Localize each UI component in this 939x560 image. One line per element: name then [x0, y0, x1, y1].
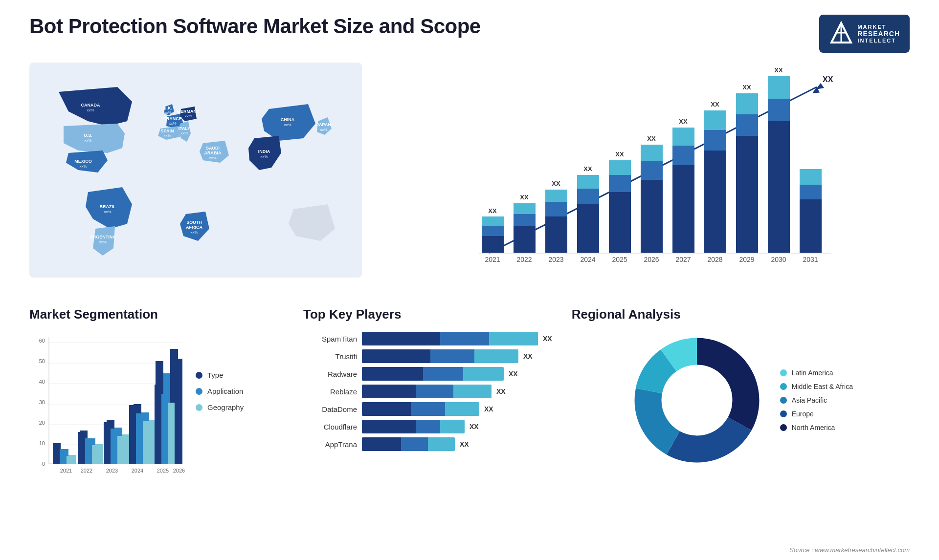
svg-rect-41	[104, 422, 110, 464]
bar-2026-seg3	[641, 145, 663, 161]
legend-latin-america-dot	[780, 369, 787, 376]
players-title: Top Key Players	[303, 307, 552, 322]
uk-label: U.K.	[163, 106, 172, 110]
player-row-cloudflare: Cloudflare XX	[303, 420, 552, 433]
seg-year-2026: 2026	[173, 468, 185, 474]
arrow-label: XX	[823, 75, 833, 84]
page-title: Bot Protection Software Market Size and …	[29, 15, 481, 38]
bar-2024-label: XX	[583, 165, 592, 172]
bar-2024-seg2	[577, 189, 599, 204]
svg-marker-6	[816, 83, 824, 89]
spain-value: xx%	[163, 133, 171, 138]
regional-section: Regional Analysis	[572, 307, 910, 541]
bar-2022-seg1	[514, 226, 536, 253]
svg-rect-44	[129, 405, 135, 464]
year-2025: 2025	[612, 256, 627, 263]
legend-na-dot	[780, 424, 787, 431]
svg-rect-35	[53, 443, 59, 464]
argentina-value: xx%	[99, 240, 106, 244]
bar-2030-seg2	[768, 99, 790, 121]
bar-2027-label: XX	[679, 118, 688, 125]
sa-label: SOUTH	[186, 220, 202, 225]
player-xx-trustifi: XX	[523, 352, 533, 360]
bar-2031-seg2	[800, 185, 822, 199]
growth-chart: XX XX XX XX	[381, 63, 910, 287]
bar-2025-seg3	[609, 160, 631, 175]
svg-rect-39	[85, 438, 91, 464]
bar-2029-seg1	[736, 136, 758, 253]
bar-2029-label: XX	[742, 84, 751, 91]
player-bar-apptrana: XX	[362, 437, 552, 451]
header: Bot Protection Software Market Size and …	[29, 15, 910, 53]
player-bar-trustifi: XX	[362, 349, 552, 363]
svg-rect-37	[67, 456, 73, 464]
sa-label2: AFRICA	[186, 225, 202, 230]
brazil-value: xx%	[104, 210, 111, 214]
y-40: 40	[39, 379, 45, 385]
germany-value: xx%	[184, 114, 192, 118]
bar-2024-seg1	[577, 204, 599, 253]
seg-year-2023: 2023	[106, 468, 118, 474]
player-row-apptrana: AppTrana XX	[303, 437, 552, 451]
y-20: 20	[39, 420, 45, 426]
bar-2023-seg1	[545, 216, 567, 253]
bar-2029-seg2	[736, 114, 758, 136]
seg-year-2022: 2022	[81, 468, 92, 474]
legend-na-label: North America	[792, 424, 835, 431]
page-container: Bot Protection Software Market Size and …	[0, 0, 939, 560]
player-xx-spamtitan: XX	[543, 335, 552, 343]
svg-rect-49	[168, 403, 175, 464]
year-2024: 2024	[580, 256, 595, 263]
regional-title: Regional Analysis	[572, 307, 910, 322]
italy-label: ITALY	[179, 126, 191, 131]
seg-year-2024: 2024	[132, 468, 143, 474]
bar-2031-seg3	[800, 169, 822, 185]
bar-2028-seg3	[704, 110, 726, 130]
map-section: CANADA xx% U.S. xx% MEXICO xx% BRAZIL xx…	[29, 63, 362, 287]
mexico-label: MEXICO	[74, 159, 92, 164]
y-30: 30	[39, 399, 45, 405]
segmentation-title: Market Segmentation	[29, 307, 284, 322]
source-text: Source : www.marketresearchintellect.com	[29, 546, 910, 554]
player-xx-datadome: XX	[484, 405, 493, 413]
player-name-apptrana: AppTrana	[303, 440, 357, 449]
bar-2023-seg3	[545, 190, 567, 202]
players-section: Top Key Players SpamTitan XX Trustifi	[303, 307, 552, 541]
y-60: 60	[39, 338, 45, 344]
bar-2021-seg1	[482, 236, 504, 253]
bar-2030-seg1	[768, 121, 790, 253]
segmentation-legend: Type Application Geography	[196, 371, 244, 411]
bar-2027-seg2	[672, 146, 694, 165]
top-section: CANADA xx% U.S. xx% MEXICO xx% BRAZIL xx…	[29, 63, 910, 287]
svg-rect-36	[60, 449, 66, 464]
china-label: CHINA	[281, 117, 295, 122]
legend-latin-america: Latin America	[780, 369, 853, 377]
brazil-label: BRAZIL	[100, 204, 116, 209]
player-xx-reblaze: XX	[496, 388, 506, 395]
legend-europe: Europe	[780, 410, 853, 418]
legend-latin-america-label: Latin America	[792, 369, 833, 377]
bar-2028-label: XX	[711, 101, 719, 108]
svg-rect-47	[155, 385, 161, 464]
year-2021: 2021	[485, 256, 500, 263]
argentina-label: ARGENTINA	[89, 235, 116, 239]
y-10: 10	[39, 440, 45, 446]
legend-type-label: Type	[207, 371, 224, 379]
player-bar-cloudflare: XX	[362, 420, 552, 433]
donut-center	[665, 368, 729, 432]
us-label: U.S.	[84, 133, 92, 138]
player-bar-datadome: XX	[362, 402, 552, 416]
svg-rect-48	[161, 394, 168, 464]
bar-2025-seg2	[609, 175, 631, 192]
player-name-radware: Radware	[303, 370, 357, 378]
saudi-label: SAUDI	[206, 146, 220, 151]
player-row-reblaze: Reblaze XX	[303, 385, 552, 398]
bar-2022-seg3	[514, 203, 536, 214]
year-2031: 2031	[803, 256, 818, 263]
svg-rect-42	[111, 429, 117, 464]
regional-content: Latin America Middle East & Africa Asia …	[572, 332, 910, 469]
bar-2026-seg2	[641, 161, 663, 180]
legend-asia-label: Asia Pacific	[792, 396, 827, 404]
svg-rect-46	[143, 421, 149, 464]
year-2029: 2029	[739, 256, 754, 263]
